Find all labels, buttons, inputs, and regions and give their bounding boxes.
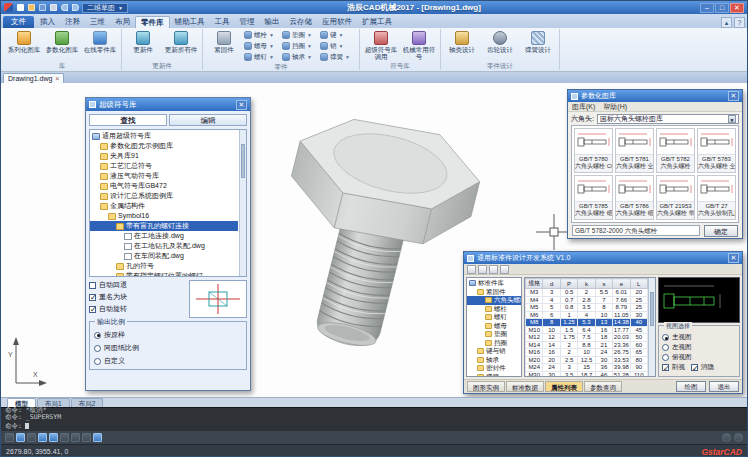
ribbon-tab[interactable]: 输出 — [260, 16, 285, 28]
dialog-close-icon[interactable]: ✕ — [728, 253, 739, 263]
palette-option-checkbox[interactable]: 自动旋转 — [89, 304, 185, 314]
tree-item[interactable]: 工艺汇总符号 — [90, 161, 238, 171]
polar-toggle[interactable] — [38, 433, 47, 442]
draw-button[interactable]: 绘图 — [676, 381, 706, 392]
workspace-select[interactable]: 二维草图 ▼ — [82, 3, 128, 13]
open-icon[interactable] — [467, 265, 476, 274]
ribbon-tab-file[interactable]: 文件 — [3, 16, 34, 28]
tree-item[interactable]: 六角头螺栓 — [467, 296, 521, 305]
tree-item[interactable]: 轴承 — [467, 356, 521, 365]
table-row[interactable]: M1414 28.8 2123.36 60 — [526, 341, 648, 349]
tree-item[interactable]: 夹具库91 — [90, 151, 238, 161]
scale-radio-option[interactable]: 同图纸比例 — [94, 343, 242, 353]
dyn-toggle[interactable] — [71, 433, 80, 442]
doc-tab[interactable]: Drawing1.dwg × — [3, 73, 64, 83]
table-row[interactable]: M1616 210 2426.75 65 — [526, 349, 648, 357]
otrack-toggle[interactable] — [60, 433, 69, 442]
refresh-icon[interactable] — [489, 265, 498, 274]
ribbon-button[interactable]: 键 ▼ — [320, 30, 356, 40]
palette-tab[interactable]: 编辑 — [169, 114, 247, 126]
window-minimize-button[interactable]: – — [700, 3, 714, 13]
ribbon-tab[interactable]: 云存储 — [285, 16, 318, 28]
table-row[interactable]: M2424 315 3639.98 90 — [526, 364, 648, 372]
tree-item[interactable]: 螺母 — [467, 322, 521, 331]
library-thumbnail[interactable]: GB/T 5781 六角头螺栓 全螺纹 — [615, 128, 654, 173]
ribbon-button[interactable]: 挡圈 ▼ — [282, 41, 318, 51]
tree-item[interactable]: 参数化图元示例图库 — [90, 141, 238, 151]
ribbon-button[interactable]: 紧固件 — [206, 30, 242, 61]
ribbon-button[interactable]: 螺钉 ▼ — [244, 52, 280, 62]
layout-tab[interactable]: 布局2 — [71, 398, 104, 407]
library-thumbnail[interactable]: GB/T 5782 六角头螺栓 — [656, 128, 695, 173]
quick-access-button[interactable] — [70, 3, 80, 13]
table-row[interactable]: M44 0.72.8 77.66 25 — [526, 296, 648, 304]
quick-access-button[interactable] — [26, 3, 36, 13]
window-close-button[interactable]: ✕ — [730, 3, 744, 13]
window-maximize-button[interactable]: □ — [715, 3, 729, 13]
layout-tab[interactable]: 布局1 — [37, 398, 70, 407]
tree-item[interactable]: 垫圈 — [467, 330, 521, 339]
tree-item[interactable]: 带有指定螺钉位置的螺钉 — [90, 271, 238, 277]
scale-radio-option[interactable]: 自定义 — [94, 356, 242, 366]
menu-item[interactable]: 帮助(H) — [603, 102, 627, 112]
draw-option-checkbox[interactable]: 剖视 — [662, 363, 685, 372]
library-thumbnail[interactable]: GB/T 5785 六角头螺栓 细牙 — [574, 175, 613, 220]
view-radio-option[interactable]: 主视图 — [662, 333, 736, 342]
ok-button[interactable]: 确定 — [704, 225, 738, 237]
table-row[interactable]: M2020 2.512.5 3033.53 80 — [526, 356, 648, 364]
table-row[interactable]: M88 1.255.3 1314.38 40 — [526, 319, 648, 327]
ribbon-tab[interactable]: 辅助工具 — [170, 16, 210, 28]
snap-toggle[interactable] — [5, 433, 14, 442]
table-row[interactable]: M66 14 1011.05 30 — [526, 311, 648, 319]
grid-toggle[interactable] — [16, 433, 25, 442]
ribbon-button[interactable]: 垫圈 ▼ — [282, 30, 318, 40]
ribbon-button[interactable]: 参数化图库 — [44, 30, 80, 61]
palette-titlebar[interactable]: 超级符号库 ✕ — [86, 98, 250, 111]
library-thumbnail[interactable]: GB/T 21953 六角头螺栓 带孔 — [656, 175, 695, 220]
palette-option-checkbox[interactable]: 重名为块 — [89, 292, 185, 302]
tree-item[interactable]: 挡圈 — [467, 339, 521, 348]
ribbon-button[interactable]: 螺栓 ▼ — [244, 30, 280, 40]
settings-icon[interactable] — [500, 265, 509, 274]
help-icon[interactable]: ? — [734, 17, 745, 28]
save-icon[interactable] — [478, 265, 487, 274]
ribbon-button[interactable]: 机械常用符号 — [401, 30, 437, 61]
ribbon-tab[interactable]: 扩展工具 — [357, 16, 397, 28]
drawing-canvas[interactable]: Y X 超级符号库 ✕ 查找编辑 通用超级符号库 — [1, 83, 747, 397]
size-table[interactable]: 规格dPkseL M33 0.52 5.56.01 20 M44 0.72.8 … — [524, 277, 656, 377]
ribbon-tab[interactable]: 插入 — [35, 16, 60, 28]
quick-access-button[interactable] — [37, 3, 47, 13]
lineweight-toggle[interactable] — [82, 433, 91, 442]
ribbon-tab[interactable]: 工具 — [210, 16, 235, 28]
command-console[interactable]: 命令: *取消*命令: _SUPERSYM 命令: — [1, 407, 747, 431]
tree-item[interactable]: 带有盲孔的螺钉连接 — [90, 221, 238, 231]
ribbon-tab[interactable]: 管理 — [235, 16, 260, 28]
parts-tree[interactable]: 标准件库 紧固件 六角头螺栓 螺柱 螺钉 — [466, 277, 522, 377]
palette-tab[interactable]: 查找 — [89, 114, 167, 126]
table-row[interactable]: M33 0.52 5.56.01 20 — [526, 289, 648, 297]
ribbon-button[interactable]: 弹簧 ▼ — [320, 52, 356, 62]
library-thumbnail[interactable]: GB/T 27 六角头铰制孔用螺栓 — [697, 175, 736, 220]
exit-button[interactable]: 退出 — [709, 381, 739, 392]
palette-option-checkbox[interactable]: 自动回退 — [89, 280, 185, 290]
tree-item[interactable]: 在工地连接.dwg — [90, 231, 238, 241]
table-row[interactable]: M1212 1.757.5 1820.03 50 — [526, 334, 648, 342]
dialog-bottom-tab[interactable]: 属性列表 — [545, 381, 583, 392]
ortho-toggle[interactable] — [27, 433, 36, 442]
table-row[interactable]: M55 0.83.5 88.79 25 — [526, 304, 648, 312]
palette-close-icon[interactable]: ✕ — [236, 100, 247, 110]
tree-item[interactable]: 弹簧 — [467, 373, 521, 378]
dialog-bottom-tab[interactable]: 标准数据 — [506, 381, 544, 392]
model-space-toggle[interactable] — [93, 433, 102, 442]
dialog-close-icon[interactable]: ✕ — [728, 91, 739, 101]
ribbon-minimize-icon[interactable]: ▴ — [721, 17, 732, 28]
dialog-bottom-tab[interactable]: 参数查询 — [584, 381, 622, 392]
tree-item[interactable]: 在车间装配.dwg — [90, 251, 238, 261]
library-thumbnail[interactable]: GB/T 5780 六角头螺栓 C级 — [574, 128, 613, 173]
symbol-tree[interactable]: 通用超级符号库 参数化图元示例图库 夹具库91 工艺汇总符号 液 — [89, 129, 247, 277]
tree-item[interactable]: 紧固件 — [467, 288, 521, 297]
clean-screen-icon[interactable] — [734, 433, 743, 442]
ribbon-tab[interactable]: 零件库 — [135, 16, 170, 28]
ribbon-tab[interactable]: 注释 — [60, 16, 85, 28]
ribbon-button[interactable]: 弹簧设计 — [520, 30, 556, 61]
